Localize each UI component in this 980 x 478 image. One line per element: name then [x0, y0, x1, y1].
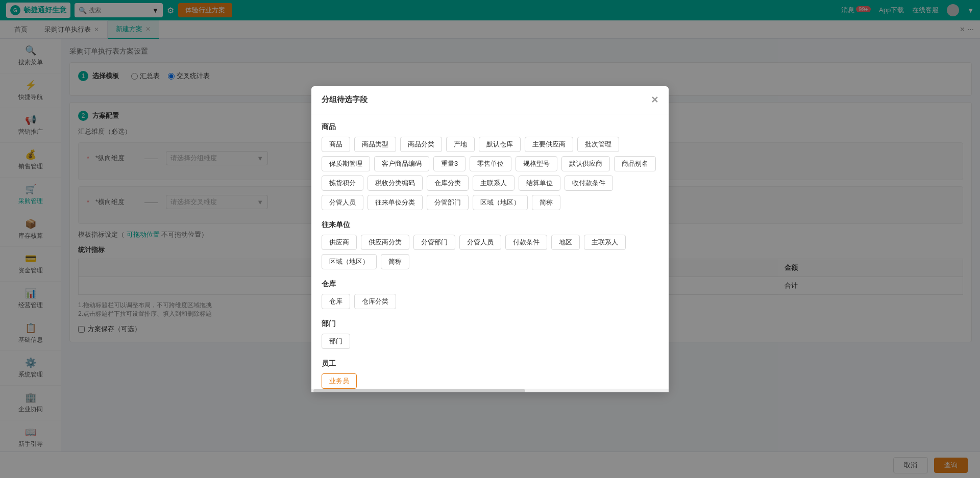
field-tag[interactable]: 商品分类 [400, 137, 442, 152]
section-department-fields: 部门 [322, 334, 658, 349]
section-department: 部门 部门 [322, 319, 658, 349]
section-product-title: 商品 [322, 122, 658, 132]
section-warehouse: 仓库 仓库 仓库分类 [322, 280, 658, 309]
field-tag[interactable]: 默认仓库 [479, 137, 521, 152]
field-tag[interactable]: 地区 [551, 235, 580, 250]
section-warehouse-fields: 仓库 仓库分类 [322, 294, 658, 309]
hscroll-thumb[interactable] [313, 389, 525, 392]
field-tag[interactable]: 重量3 [433, 156, 465, 171]
section-partner: 往来单位 供应商 供应商分类 分管部门 分管人员 付款条件 地区 主联系人 区域… [322, 220, 658, 269]
section-warehouse-title: 仓库 [322, 280, 658, 289]
field-tag[interactable]: 主联系人 [473, 175, 514, 191]
modal-overlay[interactable]: 分组待选字段 ✕ 商品 商品 商品类型 商品分类 产地 默认仓库 主要供应商 批… [0, 0, 980, 478]
field-tag[interactable]: 规格型号 [516, 156, 557, 171]
modal-body: 商品 商品 商品类型 商品分类 产地 默认仓库 主要供应商 批次管理 保质期管理… [311, 114, 669, 389]
field-tag[interactable]: 仓库分类 [427, 175, 469, 191]
field-tag[interactable]: 默认供应商 [561, 156, 610, 171]
section-partner-fields: 供应商 供应商分类 分管部门 分管人员 付款条件 地区 主联系人 区域（地区） … [322, 235, 658, 269]
field-tag[interactable]: 供应商 [322, 235, 357, 250]
field-tag[interactable]: 主联系人 [584, 235, 626, 250]
field-tag[interactable]: 简称 [532, 195, 560, 210]
field-select-modal: 分组待选字段 ✕ 商品 商品 商品类型 商品分类 产地 默认仓库 主要供应商 批… [311, 86, 669, 392]
field-tag[interactable]: 保质期管理 [322, 156, 370, 171]
section-department-title: 部门 [322, 319, 658, 329]
field-tag[interactable]: 部门 [322, 334, 350, 349]
field-tag[interactable]: 仓库 [322, 294, 350, 309]
modal-title: 分组待选字段 [322, 95, 368, 105]
field-tag[interactable]: 供应商分类 [361, 235, 409, 250]
field-tag[interactable]: 主要供应商 [525, 137, 573, 152]
field-tag[interactable]: 付款条件 [505, 235, 547, 250]
field-tag[interactable]: 商品别名 [614, 156, 656, 171]
field-tag[interactable]: 拣货积分 [322, 175, 363, 191]
field-tag[interactable]: 批次管理 [577, 137, 619, 152]
field-tag[interactable]: 仓库分类 [354, 294, 396, 309]
field-tag[interactable]: 商品类型 [354, 137, 396, 152]
field-tag[interactable]: 税收分类编码 [368, 175, 423, 191]
field-tag[interactable]: 往来单位分类 [368, 195, 423, 210]
field-tag[interactable]: 结算单位 [519, 175, 560, 191]
modal-close-btn[interactable]: ✕ [651, 94, 658, 106]
field-tag[interactable]: 分管人员 [459, 235, 501, 250]
field-tag[interactable]: 客户商品编码 [374, 156, 429, 171]
modal-header: 分组待选字段 ✕ [311, 86, 669, 114]
field-tag[interactable]: 分管人员 [322, 195, 363, 210]
field-tag[interactable]: 区域（地区） [322, 254, 377, 269]
section-product-fields: 商品 商品类型 商品分类 产地 默认仓库 主要供应商 批次管理 保质期管理 客户… [322, 137, 658, 210]
field-tag[interactable]: 分管部门 [413, 235, 455, 250]
section-employee-fields: 业务员 [322, 373, 658, 389]
section-employee: 员工 业务员 [322, 359, 658, 389]
section-employee-title: 员工 [322, 359, 658, 368]
section-product: 商品 商品 商品类型 商品分类 产地 默认仓库 主要供应商 批次管理 保质期管理… [322, 122, 658, 210]
field-tag[interactable]: 收付款条件 [565, 175, 613, 191]
field-tag[interactable]: 区域（地区） [473, 195, 528, 210]
field-tag[interactable]: 业务员 [322, 373, 357, 389]
field-tag[interactable]: 商品 [322, 137, 350, 152]
field-tag[interactable]: 产地 [446, 137, 475, 152]
modal-horizontal-scrollbar[interactable] [311, 389, 669, 392]
field-tag[interactable]: 分管部门 [427, 195, 469, 210]
field-tag[interactable]: 简称 [381, 254, 409, 269]
section-partner-title: 往来单位 [322, 220, 658, 230]
field-tag[interactable]: 零售单位 [470, 156, 511, 171]
